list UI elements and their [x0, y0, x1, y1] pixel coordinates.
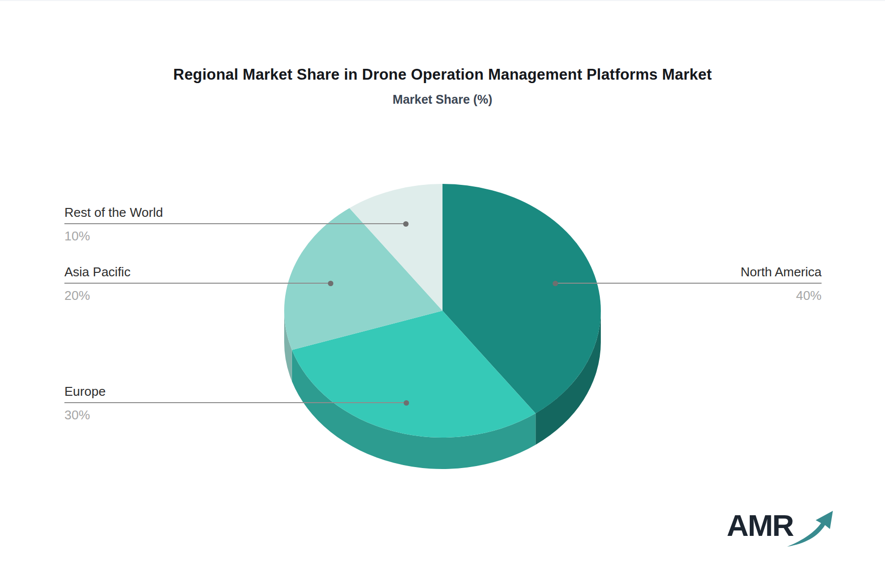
slice-label-europe: Europe — [64, 384, 407, 399]
slice-label-asia-pacific: Asia Pacific — [64, 265, 331, 279]
slice-label-rest-of-the-world: Rest of the World — [64, 205, 406, 220]
amr-logo-arrow-icon — [786, 508, 835, 549]
slice-label-north-america: North America — [555, 265, 822, 279]
leader-line-north-america — [555, 283, 822, 284]
callout-europe: Europe 30% — [64, 384, 407, 422]
amr-logo-arrow-path — [787, 511, 833, 547]
callout-north-america: North America 40% — [555, 265, 822, 303]
amr-logo-text: AMR — [727, 510, 793, 541]
slice-value-europe: 30% — [64, 408, 407, 422]
slice-value-asia-pacific: 20% — [64, 288, 331, 303]
slice-value-rest-of-the-world: 10% — [64, 229, 406, 243]
callout-asia-pacific: Asia Pacific 20% — [64, 265, 331, 303]
chart-canvas: Regional Market Share in Drone Operation… — [0, 1, 885, 588]
amr-logo: AMR — [727, 510, 835, 549]
leader-line-rest-of-the-world — [64, 223, 406, 224]
leader-dot-north-america — [553, 281, 558, 286]
slice-value-north-america: 40% — [555, 288, 822, 303]
leader-dot-rest-of-the-world — [403, 221, 409, 227]
leader-dot-europe — [404, 400, 409, 406]
callout-rest-of-the-world: Rest of the World 10% — [64, 205, 406, 243]
leader-dot-asia-pacific — [328, 281, 333, 286]
leader-line-europe — [64, 402, 407, 403]
leader-line-asia-pacific — [64, 283, 331, 284]
